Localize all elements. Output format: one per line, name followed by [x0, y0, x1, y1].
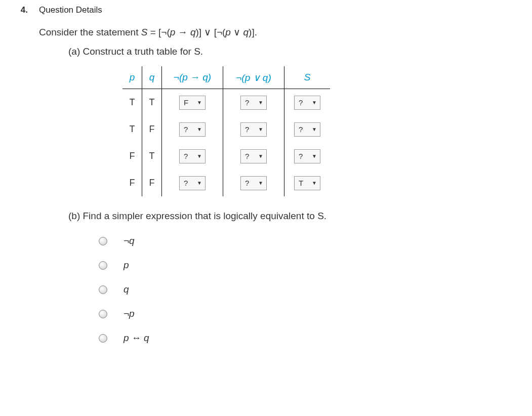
select-c1-row0[interactable]: F▼	[179, 96, 206, 110]
select-c2-row3[interactable]: ?▼	[240, 176, 267, 190]
option-label: p	[124, 260, 129, 271]
part-b-text: (b) Find a simpler expression that is lo…	[39, 196, 522, 222]
table-row: F T ?▼ ?▼ ?▼	[122, 143, 330, 170]
header-not-p-or-q: ¬(p ∨ q)	[223, 66, 284, 89]
cell-p: T	[122, 89, 142, 116]
select-s-row2[interactable]: ?▼	[294, 149, 320, 163]
statement-text: Consider the statement S = [¬(p → q)] ∨ …	[39, 26, 522, 38]
cell-q: T	[142, 89, 162, 116]
radio-option-0[interactable]	[99, 237, 107, 245]
radio-option-2[interactable]	[99, 285, 107, 294]
select-s-row1[interactable]: ?▼	[294, 122, 320, 137]
chevron-down-icon: ▼	[258, 127, 263, 132]
option-label: ¬q	[124, 235, 135, 246]
chevron-down-icon: ▼	[197, 180, 202, 186]
chevron-down-icon: ▼	[197, 127, 202, 132]
option-label: ¬p	[124, 308, 135, 319]
table-row: T F ?▼ ?▼ ?▼	[122, 116, 330, 143]
select-s-row0[interactable]: ?▼	[294, 96, 320, 110]
question-heading: Question Details	[39, 5, 102, 15]
option-label: q	[124, 284, 129, 295]
header-s: S	[284, 66, 331, 89]
header-not-p-implies-q: ¬(p → q)	[162, 66, 223, 89]
chevron-down-icon: ▼	[312, 180, 317, 186]
chevron-down-icon: ▼	[258, 153, 263, 159]
select-c1-row3[interactable]: ?▼	[179, 176, 206, 190]
select-s-row3[interactable]: T▼	[294, 176, 320, 190]
option-label: p ↔ q	[124, 332, 149, 344]
chevron-down-icon: ▼	[258, 180, 263, 186]
select-c2-row0[interactable]: ?▼	[240, 96, 267, 110]
cell-p: F	[122, 170, 142, 196]
radio-option-3[interactable]	[99, 310, 107, 318]
radio-group: ¬q p q ¬p p ↔ q	[39, 222, 522, 350]
cell-p: F	[122, 143, 142, 170]
chevron-down-icon: ▼	[258, 100, 263, 105]
chevron-down-icon: ▼	[312, 100, 317, 105]
chevron-down-icon: ▼	[197, 153, 202, 159]
radio-option-4[interactable]	[99, 334, 107, 343]
chevron-down-icon: ▼	[197, 100, 202, 105]
select-c1-row2[interactable]: ?▼	[179, 149, 206, 163]
table-row: T T F▼ ?▼ ?▼	[122, 89, 330, 116]
header-p: p	[122, 66, 142, 89]
part-a-text: (a) Construct a truth table for S.	[39, 38, 522, 57]
cell-q: F	[142, 116, 162, 143]
select-c2-row2[interactable]: ?▼	[240, 149, 267, 163]
cell-q: T	[142, 143, 162, 170]
chevron-down-icon: ▼	[312, 127, 317, 132]
select-c1-row1[interactable]: ?▼	[179, 122, 206, 137]
cell-p: T	[122, 116, 142, 143]
question-number: 4.	[0, 5, 39, 15]
radio-option-1[interactable]	[99, 261, 107, 270]
chevron-down-icon: ▼	[312, 153, 317, 159]
truth-table: p q ¬(p → q) ¬(p ∨ q) S T T F▼ ?▼ ?▼ T F…	[122, 66, 330, 196]
select-c2-row1[interactable]: ?▼	[240, 122, 267, 137]
table-row: F F ?▼ ?▼ T▼	[122, 170, 330, 196]
cell-q: F	[142, 170, 162, 196]
header-q: q	[142, 66, 162, 89]
